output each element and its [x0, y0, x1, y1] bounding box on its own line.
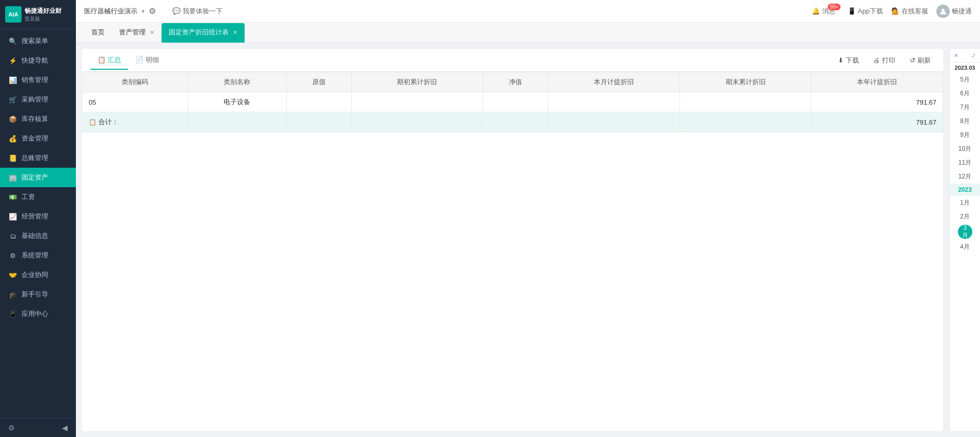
subtab-bar: 📋汇总📄明细: [90, 49, 166, 71]
col-header: 本月计提折旧: [548, 72, 680, 92]
depreciation-table: 类别编码类别名称原值期初累计折旧净值本月计提折旧期末累计折旧本年计提折旧 05电…: [82, 72, 943, 132]
sidebar-item-label: 新手引导: [22, 290, 48, 299]
summary-cell: 📋 合计：: [83, 112, 188, 132]
table-container: 类别编码类别名称原值期初累计折旧净值本月计提折旧期末累计折旧本年计提折旧 05电…: [82, 72, 943, 431]
experience-btn[interactable]: 💬 我要体验一下: [172, 7, 223, 16]
service-btn[interactable]: 💁 在线客服: [891, 7, 928, 16]
subtab-summary[interactable]: 📋汇总: [90, 51, 128, 70]
sidebar-item-label: 销售管理: [22, 75, 48, 85]
corp-icon: 🤝: [8, 270, 17, 280]
col-header: 类别编码: [83, 72, 188, 92]
sidebar-item-guide[interactable]: 🎓新手引导: [0, 285, 76, 304]
sidebar-item-finance[interactable]: 💰资金管理: [0, 129, 76, 148]
detail-tab-icon: 📄: [135, 56, 144, 64]
sidebar-item-operation[interactable]: 📈经营管理: [0, 207, 76, 226]
sidebar-item-appstore[interactable]: 📱应用中心: [0, 304, 76, 324]
tab-asset-mgmt[interactable]: 资产管理✕: [112, 23, 162, 43]
summary-tab-label: 汇总: [108, 55, 121, 65]
guide-icon: 🎓: [8, 290, 17, 299]
app-label: App下载: [858, 7, 883, 16]
sidebar-item-quicknav[interactable]: ⚡快捷导航: [0, 51, 76, 70]
table-cell: 电子设备: [188, 92, 286, 112]
sidebar-item-label: 基础信息: [22, 231, 48, 241]
summary-cell: [188, 112, 286, 132]
date-month-item[interactable]: 12月: [950, 170, 980, 184]
date-month-item[interactable]: 2月: [950, 210, 980, 224]
app-download-btn[interactable]: 📱 App下载: [848, 7, 883, 16]
panel-expand-icon[interactable]: ⤢: [971, 52, 976, 59]
tab-label: 固定资产折旧统计表: [169, 28, 229, 37]
table-row: 05电子设备791.67: [83, 92, 943, 112]
download-label: 下载: [846, 56, 859, 65]
tab-close-icon[interactable]: ✕: [150, 29, 154, 36]
subtab-detail[interactable]: 📄明细: [128, 51, 166, 70]
date-month-item[interactable]: 11月: [950, 156, 980, 170]
download-btn[interactable]: ⬇ 下载: [834, 54, 863, 67]
sidebar-item-system[interactable]: ⚙系统管理: [0, 246, 76, 265]
detail-tab-label: 明细: [146, 55, 159, 65]
sidebar-item-inventory[interactable]: 📦库存核算: [0, 109, 76, 129]
sidebar-item-search[interactable]: 🔍搜索菜单: [0, 31, 76, 51]
experience-icon: 💬: [172, 7, 181, 15]
date-month-item[interactable]: 10月: [950, 142, 980, 156]
col-header: 期末累计折旧: [679, 72, 811, 92]
company-dropdown-icon[interactable]: ▾: [142, 8, 145, 15]
table-cell: [548, 92, 680, 112]
tabbar: 首页资产管理✕固定资产折旧统计表✕: [76, 23, 980, 43]
tab-home[interactable]: 首页: [84, 23, 112, 43]
print-label: 打印: [882, 56, 895, 65]
print-icon: 🖨: [873, 56, 880, 64]
col-header: 净值: [483, 72, 548, 92]
date-month-item[interactable]: 3月: [958, 225, 972, 239]
sidebar-item-label: 快捷导航: [22, 56, 48, 65]
app-version: 普及版: [25, 15, 62, 23]
sidebar-item-fixed[interactable]: 🏢固定资产: [0, 168, 76, 187]
date-year-label[interactable]: 2023: [950, 184, 980, 196]
inventory-icon: 📦: [8, 114, 17, 124]
refresh-btn[interactable]: ↺ 刷新: [906, 54, 935, 67]
tab-depreciation[interactable]: 固定资产折旧统计表✕: [162, 23, 245, 43]
message-btn[interactable]: 🔔 消息 99+: [812, 7, 835, 16]
date-month-item[interactable]: 4月: [950, 240, 980, 254]
table-cell: [286, 92, 351, 112]
sidebar-item-label: 系统管理: [22, 251, 48, 260]
sidebar-item-corp[interactable]: 🤝企业协同: [0, 265, 76, 285]
date-month-item[interactable]: 9月: [950, 128, 980, 142]
sales-icon: 📊: [8, 75, 17, 85]
date-month-item[interactable]: 6月: [950, 87, 980, 101]
download-icon: ⬇: [838, 56, 844, 64]
sidebar-item-label: 应用中心: [22, 309, 48, 319]
sidebar-item-basic[interactable]: 🗂基础信息: [0, 226, 76, 246]
sidebar-item-purchase[interactable]: 🛒采购管理: [0, 90, 76, 109]
finance-icon: 💰: [8, 134, 17, 143]
date-month-item[interactable]: 1月: [950, 196, 980, 210]
refresh-label: 刷新: [917, 56, 931, 65]
summary-cell: 791.67: [811, 112, 943, 132]
settings-icon[interactable]: ⚙: [8, 424, 15, 432]
table-body: 05电子设备791.67📋 合计：791.67: [83, 92, 943, 132]
col-header: 类别名称: [188, 72, 286, 92]
system-icon: ⚙: [8, 251, 17, 260]
tab-close-icon[interactable]: ✕: [233, 29, 237, 36]
refresh-icon: ↺: [910, 56, 915, 64]
date-month-item[interactable]: 8月: [950, 114, 980, 128]
appstore-icon: 📱: [8, 309, 17, 319]
date-month-item[interactable]: 5月: [950, 73, 980, 87]
sidebar-item-ledger[interactable]: 📒总账管理: [0, 148, 76, 168]
sidebar-item-sales[interactable]: 📊销售管理: [0, 70, 76, 90]
collapse-icon[interactable]: ◀: [62, 424, 68, 432]
topbar-settings-icon[interactable]: ⚙: [149, 6, 156, 16]
date-month-item[interactable]: 7月: [950, 101, 980, 114]
table-cell: 791.67: [811, 92, 943, 112]
company-name: 医疗器械行业演示: [84, 7, 137, 16]
salary-icon: 💵: [8, 192, 17, 202]
service-icon: 💁: [891, 7, 899, 15]
sidebar-item-salary[interactable]: 💵工资: [0, 187, 76, 207]
summary-cell: [483, 112, 548, 132]
app-icon: 📱: [848, 7, 856, 15]
basic-icon: 🗂: [8, 231, 17, 241]
sidebar-item-label: 资金管理: [22, 134, 48, 143]
print-btn[interactable]: 🖨 打印: [869, 54, 899, 67]
panel-close-icon[interactable]: ✕: [954, 52, 958, 59]
user-profile[interactable]: 畅捷通: [936, 5, 972, 18]
